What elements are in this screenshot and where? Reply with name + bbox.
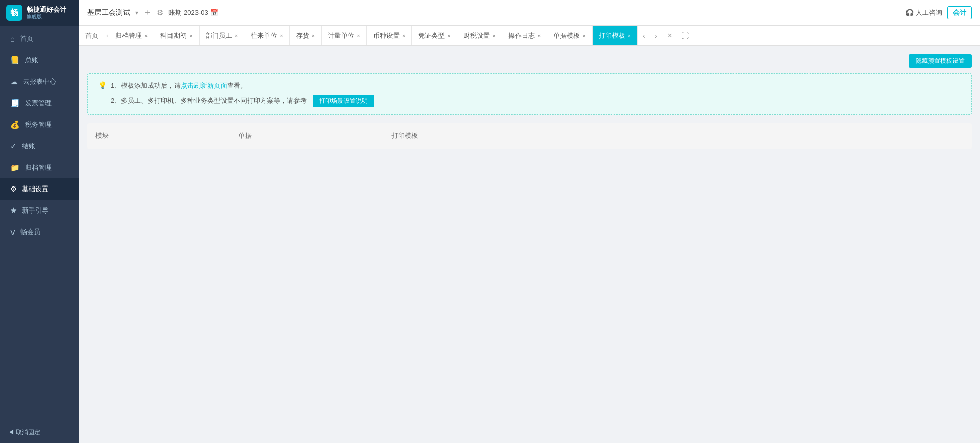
nav-label-ledger: 总账	[25, 56, 38, 65]
tab-3[interactable]: 往来单位×	[244, 26, 289, 45]
sidebar-item-reports[interactable]: ☁云报表中心	[0, 71, 79, 92]
nav-label-settle: 结账	[22, 142, 35, 151]
calendar-icon[interactable]: 📅	[210, 9, 218, 16]
tab-expand-button[interactable]: ⛶	[677, 26, 693, 46]
tab-1[interactable]: 科目期初×	[154, 26, 199, 45]
sidebar-bottom-label: ◀ 取消固定	[8, 428, 40, 437]
nav-label-home: 首页	[20, 34, 33, 43]
nav-label-archive: 归档管理	[25, 163, 52, 172]
app-name: 畅捷通好会计	[27, 6, 66, 14]
tab-label-11: 打印模板	[599, 31, 625, 40]
tab-close-2[interactable]: ×	[235, 33, 238, 39]
sidebar-item-ledger[interactable]: 📒总账	[0, 50, 79, 71]
notice-text-2: 2、多员工、多打印机、多种业务类型设置不同打印方案等，请参考 打印场景设置说明	[111, 95, 374, 107]
tab-nav-prev[interactable]: ‹	[638, 26, 650, 46]
sidebar-item-archive[interactable]: 📁归档管理	[0, 157, 79, 178]
tab-10[interactable]: 单据模板×	[547, 26, 592, 45]
tab-8[interactable]: 财税设置×	[457, 26, 502, 45]
kuaiji-button[interactable]: 会计	[947, 6, 972, 19]
nav-label-settings: 基础设置	[22, 184, 48, 194]
tab-5[interactable]: 计量单位×	[322, 26, 366, 45]
sidebar-logo: 畅 畅捷通好会计 旗舰版	[0, 0, 79, 26]
tab-11[interactable]: 打印模板×	[593, 26, 638, 45]
tab-close-5[interactable]: ×	[357, 33, 360, 39]
tab-6[interactable]: 币种设置×	[367, 26, 412, 45]
notice-text-1: 1、模板添加成功后，请点击刷新新页面查看。	[111, 81, 247, 91]
headset-icon: 🎧	[905, 9, 914, 16]
period-display: 账期 2023-03 📅	[168, 8, 218, 17]
tab-close-10[interactable]: ×	[582, 33, 585, 39]
tab-4[interactable]: 存货×	[290, 26, 322, 45]
hide-template-bar: 隐藏预置模板设置	[87, 54, 972, 68]
tab-2[interactable]: 部门员工×	[200, 26, 244, 45]
add-tab-button[interactable]: ＋	[143, 7, 152, 18]
sidebar-item-invoice[interactable]: 🧾发票管理	[0, 92, 79, 114]
tab-0[interactable]: 归档管理×	[109, 26, 154, 45]
sidebar-nav: ⌂首页📒总账☁云报表中心🧾发票管理💰税务管理✓结账📁归档管理⚙基础设置★新手引导…	[0, 26, 79, 422]
tab-label-3: 往来单位	[251, 31, 277, 40]
tab-label-5: 计量单位	[328, 31, 354, 40]
sidebar-item-home[interactable]: ⌂首页	[0, 28, 79, 50]
tab-close-4[interactable]: ×	[312, 33, 315, 39]
sidebar-item-tax[interactable]: 💰税务管理	[0, 114, 79, 135]
nav-icon-archive: 📁	[10, 163, 20, 172]
nav-label-reports: 云报表中心	[23, 77, 56, 86]
notice-box: 💡 1、模板添加成功后，请点击刷新新页面查看。 💡 2、多员工、多打印机、多种业…	[87, 73, 972, 115]
app-version: 旗舰版	[27, 14, 66, 20]
settings-icon[interactable]: ⚙	[157, 8, 163, 17]
tab-label-9: 操作日志	[508, 31, 535, 40]
hide-template-button[interactable]: 隐藏预置模板设置	[909, 54, 972, 68]
company-name[interactable]: 基层工会测试	[87, 8, 130, 17]
tab-label-2: 部门员工	[206, 31, 232, 40]
tab-9[interactable]: 操作日志×	[502, 26, 547, 45]
sidebar-item-settle[interactable]: ✓结账	[0, 135, 79, 157]
sidebar: 畅 畅捷通好会计 旗舰版 ⌂首页📒总账☁云报表中心🧾发票管理💰税务管理✓结账📁归…	[0, 0, 79, 443]
tab-7[interactable]: 凭证类型×	[412, 26, 457, 45]
tab-nav-next[interactable]: ›	[650, 26, 662, 46]
tab-label-0: 归档管理	[115, 31, 142, 40]
tab-label-6: 币种设置	[373, 31, 400, 40]
tab-label-7: 凭证类型	[418, 31, 445, 40]
col-module-header: 模块	[87, 128, 230, 144]
nav-icon-member: V	[10, 228, 15, 237]
content-area: 隐藏预置模板设置 💡 1、模板添加成功后，请点击刷新新页面查看。 💡 2、多员工…	[79, 46, 980, 443]
print-template-table: 模块 单据 打印模板	[87, 123, 972, 149]
tab-close-3[interactable]: ×	[280, 33, 283, 39]
refresh-link[interactable]: 点击刷新新页面	[181, 82, 227, 89]
tab-close-11[interactable]: ×	[628, 33, 631, 39]
tab-home[interactable]: 首页	[79, 26, 105, 45]
sidebar-item-member[interactable]: V畅会员	[0, 221, 79, 243]
nav-label-invoice: 发票管理	[25, 99, 52, 108]
logo-icon: 畅	[6, 5, 22, 21]
tab-label-10: 单据模板	[553, 31, 580, 40]
col-print-header: 打印模板	[383, 128, 972, 144]
tab-label-8: 财税设置	[463, 31, 490, 40]
nav-icon-ledger: 📒	[10, 56, 20, 65]
tab-close-6[interactable]: ×	[402, 33, 405, 39]
nav-icon-guide: ★	[10, 206, 17, 215]
tab-close-1[interactable]: ×	[189, 33, 192, 39]
company-dropdown-icon[interactable]: ▾	[135, 9, 138, 16]
nav-icon-tax: 💰	[10, 120, 20, 129]
tab-close-9[interactable]: ×	[537, 33, 541, 39]
print-scene-button[interactable]: 打印场景设置说明	[313, 95, 374, 107]
table-header: 模块 单据 打印模板	[87, 123, 972, 149]
nav-icon-invoice: 🧾	[10, 99, 20, 108]
nav-label-member: 畅会员	[20, 227, 40, 237]
tab-close-8[interactable]: ×	[493, 33, 496, 39]
tab-scroll-left[interactable]: ‹	[105, 32, 109, 39]
service-button[interactable]: 🎧 人工咨询	[905, 8, 942, 17]
sidebar-unpin[interactable]: ◀ 取消固定	[0, 422, 79, 443]
nav-icon-home: ⌂	[10, 35, 15, 43]
tab-close-all-button[interactable]: ×	[662, 26, 677, 46]
tab-label-1: 科目期初	[160, 31, 187, 40]
sidebar-item-settings[interactable]: ⚙基础设置	[0, 178, 79, 200]
sidebar-item-guide[interactable]: ★新手引导	[0, 200, 79, 221]
tab-close-7[interactable]: ×	[447, 33, 450, 39]
topbar: 基层工会测试 ▾ ＋ ⚙ 账期 2023-03 📅 🎧 人工咨询 会计	[79, 0, 980, 26]
nav-label-guide: 新手引导	[22, 206, 48, 215]
nav-icon-reports: ☁	[10, 77, 18, 86]
nav-label-tax: 税务管理	[25, 120, 52, 129]
tabbar: 首页‹归档管理×科目期初×部门员工×往来单位×存货×计量单位×币种设置×凭证类型…	[79, 26, 980, 46]
tab-close-0[interactable]: ×	[144, 33, 148, 39]
